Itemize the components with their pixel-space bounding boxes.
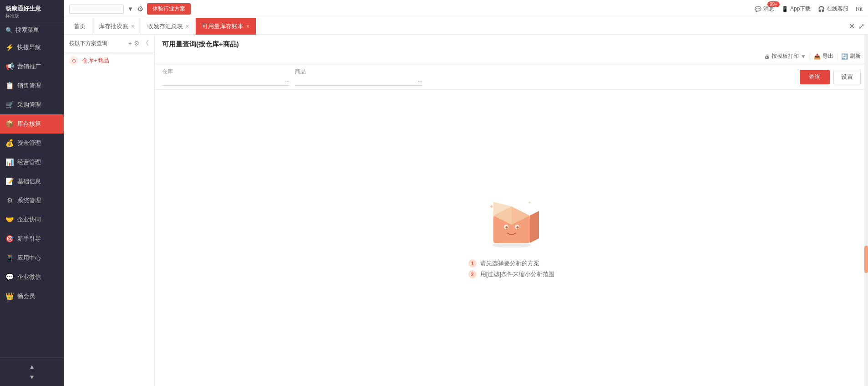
dropdown-icon[interactable]: ▼ [801,53,806,60]
refresh-button[interactable]: 🔄 刷新 [841,52,861,60]
template-print-button[interactable]: 🖨 按模板打印 ▼ [764,52,806,60]
warehouse-input-wrap: ··· [162,77,289,86]
tab-home[interactable]: 首页 [67,18,92,35]
appcenter-icon: 📱 [5,254,14,262]
query-button[interactable]: 查询 [800,70,830,84]
sidebar-item-system[interactable]: ⚙ 系统管理 [0,191,64,210]
filter-item-label: 仓库+商品 [82,57,109,65]
sidebar-item-label: 企业协同 [17,216,58,224]
sidebar-footer: ▲ ▼ [0,357,64,386]
sidebar-item-wechat[interactable]: 💬 企业微信 [0,268,64,287]
message-button[interactable]: 💬 消息 99+ [755,5,774,13]
newbie-icon: 🎯 [5,235,14,243]
sidebar-item-label: 系统管理 [17,196,58,205]
tab-batch-account[interactable]: 库存批次账 × [92,18,141,35]
warehouse-field: 仓库 ··· [162,68,289,86]
product-input-wrap: ··· [295,77,422,86]
sidebar-item-label: 库存核算 [17,120,58,128]
query-actions: 查询 设置 [800,70,861,84]
sidebar-item-quick-nav[interactable]: ⚡ 快捷导航 [0,38,64,57]
user-name: Rit [856,6,863,12]
product-more-button[interactable]: ··· [418,78,422,84]
system-icon: ⚙ [5,196,14,205]
sidebar-item-marketing[interactable]: 📢 营销推广 [0,57,64,76]
tabs-bar: 首页 库存批次账 × 收发存汇总表 × 可用量库存账本 × ✕ ⤢ [64,18,868,35]
page-title: 可用量查询(按仓库+商品) [162,40,861,49]
user-menu[interactable]: Rit [856,6,863,12]
tab-label: 库存批次账 [99,22,128,31]
sidebar-item-purchase[interactable]: 🛒 采购管理 [0,95,64,114]
wechat-icon: 💬 [5,273,14,281]
filter-collapse-button[interactable]: 《 [142,39,149,47]
page-header: 可用量查询(按仓库+商品) 🖨 按模板打印 ▼ 📤 [155,35,868,64]
svg-point-0 [492,242,531,247]
filter-header: 按以下方案查询 + ⚙ 《 [64,35,154,52]
close-all-tabs-button[interactable]: ✕ [849,22,855,31]
app-icon: 📱 [782,6,788,12]
scrollbar-thumb[interactable] [864,246,868,273]
tab-summary[interactable]: 收发存汇总表 × [141,18,196,35]
product-input[interactable] [295,77,416,84]
top-bar: ▼ ⚙ 体验行业方案 💬 消息 99+ 📱 App下载 🎧 在线客服 [64,0,868,18]
trial-button[interactable]: 体验行业方案 [147,3,191,15]
settings-button[interactable]: 设置 [833,70,861,84]
svg-point-8 [516,226,518,229]
sidebar-item-basic[interactable]: 📝 基础信息 [0,172,64,191]
sidebar-item-sales[interactable]: 📋 销售管理 [0,76,64,95]
sidebar-scroll-up[interactable]: ▲ [5,361,58,372]
sidebar-search[interactable]: 🔍 搜索菜单 [0,22,64,38]
settings-icon[interactable]: ⚙ [137,5,143,13]
tabs-right: ✕ ⤢ [849,22,864,31]
message-icon: 💬 [755,6,761,12]
filter-item-icon: ⊙ [69,56,78,65]
svg-text:✦: ✦ [528,200,531,205]
warehouse-more-button[interactable]: ··· [285,78,289,84]
dropdown-icon[interactable]: ▼ [127,5,133,12]
sidebar-search-label: 搜索菜单 [15,26,39,34]
sidebar-item-label: 基础信息 [17,177,58,185]
tab-close-icon[interactable]: × [246,23,249,30]
warehouse-input[interactable] [162,77,283,84]
tab-label: 收发存汇总表 [147,22,183,31]
breadcrumb-input[interactable] [69,5,124,14]
marketing-icon: 📢 [5,62,14,71]
product-label: 商品 [295,68,422,76]
filter-add-button[interactable]: + [128,40,132,47]
app-download-button[interactable]: 📱 App下载 [782,5,811,13]
member-icon: 👑 [5,292,14,300]
tab-close-icon[interactable]: × [186,23,189,30]
filter-settings-button[interactable]: ⚙ [134,40,140,47]
sales-icon: 📋 [5,82,14,90]
warehouse-label: 仓库 [162,68,289,76]
filter-actions: + ⚙ [128,40,140,47]
expand-tab-button[interactable]: ⤢ [858,22,864,31]
empty-tip-2-text: 用[过滤]条件来缩小分析范围 [480,270,554,278]
empty-icon: ✦ ✦ [484,197,539,252]
main-area: ▼ ⚙ 体验行业方案 💬 消息 99+ 📱 App下载 🎧 在线客服 [64,0,868,386]
online-service-button[interactable]: 🎧 在线客服 [818,5,848,13]
export-button[interactable]: 📤 导出 [814,52,833,60]
sidebar-item-enterprise[interactable]: 🤝 企业协同 [0,210,64,229]
main-content: 可用量查询(按仓库+商品) 🖨 按模板打印 ▼ 📤 [155,35,868,386]
empty-state: ✦ ✦ 1 请先选择要分析的方案 2 [155,90,868,386]
filter-panel: 按以下方案查询 + ⚙ 《 ⊙ 仓库+商品 [64,35,155,386]
sidebar-item-label: 资金管理 [17,139,58,147]
empty-num-1: 1 [468,259,477,268]
sidebar-scroll-down[interactable]: ▼ [5,372,58,382]
sidebar-item-member[interactable]: 👑 畅会员 [0,287,64,306]
sidebar-item-newbie[interactable]: 🎯 新手引导 [0,229,64,248]
sidebar-item-operation[interactable]: 📊 经营管理 [0,153,64,172]
tab-available-inventory[interactable]: 可用量库存账本 × [196,18,256,35]
sidebar-item-label: 企业微信 [17,273,58,281]
sidebar-item-inventory[interactable]: 📦 库存核算 [0,114,64,134]
tab-close-icon[interactable]: × [131,23,134,30]
finance-icon: 💰 [5,139,14,147]
sidebar-item-label: 采购管理 [17,101,58,109]
sidebar-item-appcenter[interactable]: 📱 应用中心 [0,248,64,268]
refresh-icon: 🔄 [841,53,848,60]
template-print-label: 按模板打印 [772,52,799,60]
filter-item-warehouse-product[interactable]: ⊙ 仓库+商品 [64,52,154,69]
sidebar-item-finance[interactable]: 💰 资金管理 [0,134,64,153]
print-icon: 🖨 [764,53,770,60]
toolbar-right: 🖨 按模板打印 ▼ 📤 导出 [764,52,861,60]
